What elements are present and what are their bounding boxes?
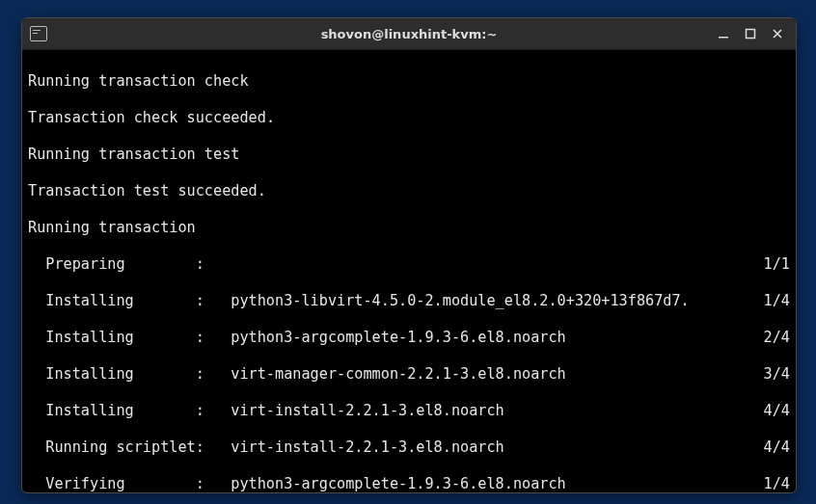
tx-count: 1/1 [737, 255, 790, 274]
tx-count: 1/4 [737, 475, 790, 493]
tx-row: Running scriptlet:virt-install-2.2.1-3.e… [28, 438, 790, 457]
tx-label: Verifying : [45, 475, 231, 493]
tx-pkg: python3-argcomplete-1.9.3-6.el8.noarch [231, 475, 737, 493]
tx-count: 3/4 [737, 365, 790, 384]
tx-count: 4/4 [737, 438, 790, 457]
tx-label: Preparing : [45, 255, 231, 274]
tx-count: 1/4 [737, 292, 790, 310]
terminal-body[interactable]: Running transaction check Transaction ch… [22, 50, 796, 492]
tx-row: Preparing :1/1 [28, 255, 790, 274]
tx-label: Installing : [45, 329, 231, 347]
tx-pkg: virt-install-2.2.1-3.el8.noarch [231, 402, 737, 420]
titlebar[interactable]: shovon@linuxhint-kvm:~ [22, 18, 796, 50]
tx-label: Installing : [45, 402, 231, 420]
tx-count: 2/4 [737, 329, 790, 347]
tx-row: Verifying :python3-argcomplete-1.9.3-6.e… [28, 475, 790, 493]
window-title: shovon@linuxhint-kvm:~ [22, 27, 796, 41]
output-line: Running transaction test [28, 146, 790, 164]
output-line: Transaction test succeeded. [28, 182, 790, 200]
tx-label: Installing : [45, 292, 231, 310]
tx-pkg [231, 255, 737, 274]
tx-pkg: python3-libvirt-4.5.0-2.module_el8.2.0+3… [231, 292, 737, 310]
tx-label: Running scriptlet: [45, 438, 231, 457]
tx-label: Installing : [45, 365, 231, 384]
tx-row: Installing :python3-libvirt-4.5.0-2.modu… [28, 292, 790, 310]
tx-pkg: python3-argcomplete-1.9.3-6.el8.noarch [231, 329, 737, 347]
svg-rect-1 [747, 30, 755, 39]
output-line: Running transaction [28, 219, 790, 237]
tx-count: 4/4 [737, 402, 790, 420]
terminal-icon [30, 26, 47, 41]
svg-rect-0 [719, 37, 728, 39]
terminal-window: shovon@linuxhint-kvm:~ Running transacti… [21, 17, 797, 493]
tx-pkg: virt-manager-common-2.2.1-3.el8.noarch [231, 365, 737, 384]
maximize-button[interactable] [738, 22, 763, 45]
output-line: Running transaction check [28, 72, 790, 91]
close-button[interactable] [765, 22, 790, 45]
output-line: Transaction check succeeded. [28, 109, 790, 127]
tx-row: Installing :python3-argcomplete-1.9.3-6.… [28, 329, 790, 347]
tx-row: Installing :virt-manager-common-2.2.1-3.… [28, 365, 790, 384]
tx-pkg: virt-install-2.2.1-3.el8.noarch [231, 438, 737, 457]
minimize-button[interactable] [711, 22, 736, 45]
tx-row: Installing :virt-install-2.2.1-3.el8.noa… [28, 402, 790, 420]
